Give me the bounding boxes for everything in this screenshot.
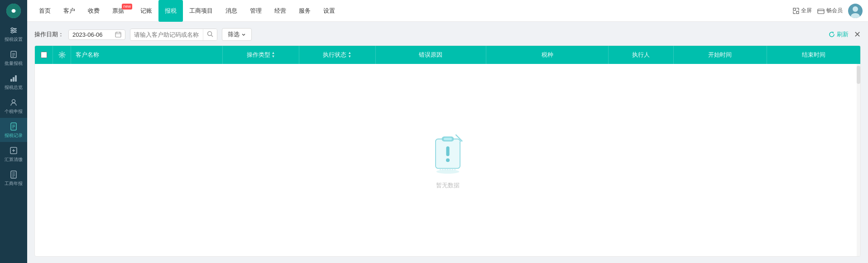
svg-point-7 bbox=[11, 31, 13, 33]
page-body: 操作日期： bbox=[27, 22, 868, 263]
nav-shoufei[interactable]: 收费 bbox=[82, 0, 106, 22]
sidebar-item-label: 报税设置 bbox=[5, 37, 23, 42]
sidebar-item-label: 汇算清缴 bbox=[5, 157, 23, 162]
th-checkbox[interactable] bbox=[35, 46, 53, 64]
topbar: 首页 客户 收费 票据 new 记账 报税 工商项目 消息 bbox=[27, 0, 868, 22]
sidebar-item-label: 批量报税 bbox=[5, 61, 23, 66]
nav-gongshang[interactable]: 工商项目 bbox=[183, 0, 219, 22]
fullscreen-icon bbox=[793, 8, 799, 14]
nav-home[interactable]: 首页 bbox=[33, 0, 57, 22]
settings-icon bbox=[9, 25, 19, 35]
chevron-down-icon bbox=[241, 32, 246, 37]
svg-rect-39 bbox=[115, 32, 121, 37]
member-button[interactable]: 畅会员 bbox=[817, 7, 843, 15]
svg-point-5 bbox=[11, 28, 13, 29]
th-op-type[interactable]: 操作类型 ▲▼ bbox=[223, 46, 299, 64]
empty-state: 暂无数据 bbox=[427, 131, 468, 190]
nav-fuwu[interactable]: 服务 bbox=[293, 0, 317, 22]
sidebar: 报税设置 批量报税 报税总览 bbox=[0, 0, 27, 263]
th-tax-type: 税种 bbox=[486, 46, 609, 64]
svg-rect-49 bbox=[444, 138, 452, 140]
date-input[interactable] bbox=[72, 31, 113, 38]
refresh-icon bbox=[829, 31, 835, 38]
nav-shezhi[interactable]: 设置 bbox=[317, 0, 341, 22]
svg-point-46 bbox=[436, 170, 459, 174]
record-icon bbox=[9, 122, 19, 132]
svg-rect-28 bbox=[793, 8, 796, 10]
date-label: 操作日期： bbox=[34, 30, 64, 39]
th-exec-status[interactable]: 执行状态 ▲▼ bbox=[299, 46, 376, 64]
nav-piaoju[interactable]: 票据 new bbox=[106, 0, 134, 22]
fullscreen-button[interactable]: 全屏 bbox=[793, 7, 812, 15]
nav-xiaoxi[interactable]: 消息 bbox=[219, 0, 244, 22]
sort-icon: ▲▼ bbox=[348, 51, 351, 58]
sidebar-item-label: 报税总览 bbox=[5, 85, 23, 90]
user-avatar[interactable] bbox=[848, 4, 863, 18]
sidebar-item-baoshui-shezhi[interactable]: 报税设置 bbox=[0, 22, 27, 46]
member-icon bbox=[817, 8, 825, 14]
svg-point-1 bbox=[12, 9, 15, 13]
sidebar-item-piliang-baoshui[interactable]: 批量报税 bbox=[0, 46, 27, 70]
topbar-right: 全屏 畅会员 bbox=[793, 4, 863, 18]
new-badge: new bbox=[122, 4, 132, 10]
th-end-time: 结束时间 bbox=[767, 46, 860, 64]
toolbar: 操作日期： bbox=[34, 28, 861, 41]
sidebar-item-label: 报税记录 bbox=[5, 133, 23, 138]
svg-line-44 bbox=[211, 35, 213, 37]
svg-point-43 bbox=[208, 31, 212, 35]
gear-icon bbox=[58, 51, 66, 58]
nav-guanli[interactable]: 管理 bbox=[244, 0, 268, 22]
topbar-nav: 首页 客户 收费 票据 new 记账 报税 工商项目 消息 bbox=[33, 0, 793, 22]
nav-jizhang[interactable]: 记账 bbox=[134, 0, 158, 22]
person-tax-icon bbox=[9, 97, 19, 107]
annual-report-icon bbox=[9, 170, 19, 180]
sidebar-item-huisuan[interactable]: 汇算清缴 bbox=[0, 142, 27, 166]
svg-point-45 bbox=[61, 54, 63, 56]
refresh-button[interactable]: 刷新 bbox=[829, 30, 849, 39]
sidebar-item-baoshui-jilu[interactable]: 报税记录 bbox=[0, 118, 27, 142]
search-icon bbox=[207, 31, 213, 37]
sidebar-item-geshui[interactable]: 个税申报 bbox=[0, 94, 27, 118]
svg-point-51 bbox=[446, 158, 449, 162]
table-wrap: 客户名称 操作类型 ▲▼ 执行状态 ▲▼ 错误原因 税种 bbox=[34, 45, 861, 257]
svg-rect-8 bbox=[11, 51, 16, 58]
svg-rect-14 bbox=[15, 75, 17, 82]
table-body: 暂无数据 bbox=[35, 64, 860, 256]
nav-client[interactable]: 客户 bbox=[57, 0, 82, 22]
th-executor: 执行人 bbox=[609, 46, 673, 64]
empty-illustration bbox=[427, 131, 468, 176]
nav-jingying[interactable]: 经营 bbox=[268, 0, 293, 22]
select-all-checkbox[interactable] bbox=[41, 52, 47, 58]
empty-text: 暂无数据 bbox=[436, 181, 460, 190]
search-input[interactable] bbox=[130, 29, 203, 40]
calendar-icon bbox=[115, 31, 121, 38]
date-input-wrap[interactable] bbox=[68, 29, 125, 40]
main-area: 首页 客户 收费 票据 new 记账 报税 工商项目 消息 bbox=[27, 0, 868, 263]
sidebar-item-baoshui-zongjian[interactable]: 报税总览 bbox=[0, 70, 27, 94]
sort-icon: ▲▼ bbox=[272, 51, 275, 58]
logo-icon bbox=[6, 4, 21, 18]
svg-rect-12 bbox=[10, 79, 12, 82]
scrollbar-thumb bbox=[857, 66, 860, 84]
svg-point-37 bbox=[853, 6, 858, 12]
close-button[interactable]: ✕ bbox=[854, 30, 861, 39]
svg-rect-50 bbox=[446, 146, 449, 156]
svg-rect-29 bbox=[796, 11, 799, 14]
table-scrollbar[interactable] bbox=[857, 64, 860, 256]
nav-baoshui[interactable]: 报税 bbox=[158, 0, 183, 22]
svg-rect-13 bbox=[13, 77, 14, 82]
content: 操作日期： bbox=[27, 22, 868, 263]
table-header: 客户名称 操作类型 ▲▼ 执行状态 ▲▼ 错误原因 税种 bbox=[35, 46, 860, 64]
overview-icon bbox=[9, 73, 19, 83]
th-client-name: 客户名称 bbox=[71, 46, 223, 64]
sidebar-item-gongshang-nianbao[interactable]: 工商年报 bbox=[0, 166, 27, 190]
search-button[interactable] bbox=[203, 29, 217, 40]
th-error-reason: 错误原因 bbox=[376, 46, 487, 64]
sidebar-logo bbox=[0, 0, 27, 22]
batch-tax-icon bbox=[9, 49, 19, 59]
search-wrap bbox=[130, 29, 217, 41]
sidebar-item-label: 工商年报 bbox=[5, 181, 23, 186]
th-gear[interactable] bbox=[53, 46, 71, 64]
svg-point-6 bbox=[14, 29, 16, 31]
filter-button[interactable]: 筛选 bbox=[222, 28, 252, 41]
